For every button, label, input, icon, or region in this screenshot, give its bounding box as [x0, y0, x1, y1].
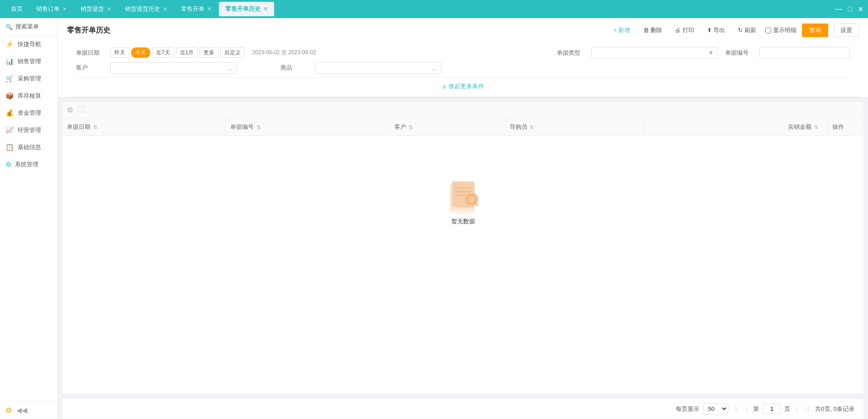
col-amount-label: 实销金额 — [788, 123, 811, 130]
product-input[interactable] — [319, 65, 432, 71]
page-title-row: 零售开单历史 + 新增 🗑 删除 🖨 打印 ⬆ 导出 ↻ 刷新 显示明细 查询 … — [67, 24, 859, 37]
sidebar-item-purchase[interactable]: 🛒 采购管理 — [0, 70, 57, 87]
sidebar-item-operations[interactable]: 📈 经营管理 — [0, 122, 57, 139]
print-button[interactable]: 🖨 打印 — [671, 24, 698, 36]
search-icon: 🔍 — [5, 24, 13, 30]
tab-retail-order-close[interactable]: ✕ — [207, 6, 212, 12]
tab-retail-order-history-close[interactable]: ✕ — [263, 6, 268, 12]
date-btn-7days[interactable]: 近7天 — [152, 47, 174, 58]
sales-icon: 📊 — [5, 57, 14, 66]
settings-gear-icon[interactable]: ⚙ — [5, 406, 12, 414]
doc-type-select[interactable]: ▼ — [591, 47, 718, 58]
date-filter-btns: 昨天 今天 近7天 近1月 更多 自定义 — [110, 47, 245, 58]
col-doc-no-sort[interactable]: ⇅ — [256, 124, 261, 130]
customer-input[interactable] — [114, 65, 228, 71]
first-page-btn[interactable]: ⟨⟨ — [732, 405, 740, 414]
sidebar-item-sales-label: 销售管理 — [18, 57, 41, 66]
table-settings-icon[interactable]: ⚙ — [67, 106, 73, 114]
date-btn-yesterday[interactable]: 昨天 — [110, 47, 129, 58]
col-guide-sort[interactable]: ⇅ — [530, 124, 534, 130]
table-header-row: 单据日期 ⇅ 单据编号 ⇅ 客户 ⇅ 导购员 ⇅ — [62, 118, 863, 136]
product-lookup-icon[interactable]: ... — [432, 64, 437, 71]
date-btn-custom[interactable]: 自定义 — [220, 47, 245, 58]
doc-no-input-container[interactable] — [759, 47, 850, 58]
sidebar-item-sales[interactable]: 📊 销售管理 — [0, 53, 57, 70]
customer-input-container[interactable]: ... — [110, 62, 237, 74]
refresh-button[interactable]: ↻ 刷新 — [734, 24, 760, 36]
operations-icon: 📈 — [5, 126, 14, 134]
product-label: 商品 — [280, 64, 308, 72]
doc-type-arrow: ▼ — [708, 49, 714, 56]
col-guide[interactable]: 导购员 ⇅ — [505, 118, 645, 136]
col-amount[interactable]: 实销金额 ⇅ — [645, 118, 827, 136]
prev-page-btn[interactable]: ⟨ — [744, 405, 749, 414]
export-button[interactable]: ⬆ 导出 — [703, 24, 729, 36]
checkbox-all[interactable] — [78, 106, 84, 113]
sidebar: 🔍 搜索菜单 ⚡ 快捷导航 📊 销售管理 🛒 采购管理 📦 库存核算 💰 资金管… — [0, 18, 58, 419]
sidebar-item-inventory[interactable]: 📦 库存核算 — [0, 87, 57, 104]
per-page-select[interactable]: 50 100 200 — [703, 403, 728, 414]
sidebar-item-basic-info[interactable]: 📋 基础信息 — [0, 139, 57, 156]
tab-retail-order[interactable]: 零售开单 ✕ — [175, 2, 218, 16]
sidebar-item-inventory-label: 库存核算 — [18, 92, 41, 100]
toolbar: + 新增 🗑 删除 🖨 打印 ⬆ 导出 ↻ 刷新 显示明细 查询 设置 — [610, 24, 859, 37]
tab-sales-return-close[interactable]: ✕ — [107, 6, 111, 12]
sidebar-item-purchase-label: 采购管理 — [18, 75, 41, 83]
page-input[interactable] — [763, 404, 781, 414]
settings-button[interactable]: 设置 — [834, 24, 859, 37]
query-button[interactable]: 查询 — [802, 24, 828, 37]
minimize-btn[interactable]: — — [835, 5, 842, 13]
date-btn-today[interactable]: 今天 — [131, 47, 150, 58]
tab-sales-order[interactable]: 销售订单 ✕ — [30, 2, 73, 16]
tab-sales-return[interactable]: 销货退货 ✕ — [74, 2, 118, 16]
tab-sales-return-history-close[interactable]: ✕ — [163, 6, 167, 12]
collapse-label: 收起更多条件 — [449, 82, 484, 90]
col-customer[interactable]: 客户 ⇅ — [389, 118, 505, 136]
last-page-btn[interactable]: ⟩⟩ — [803, 405, 811, 414]
customer-lookup-icon[interactable]: ... — [228, 64, 233, 71]
sidebar-item-quick-nav[interactable]: ⚡ 快捷导航 — [0, 36, 57, 53]
col-customer-sort[interactable]: ⇅ — [408, 124, 413, 130]
quick-nav-icon: ⚡ — [5, 40, 14, 48]
sidebar-item-system[interactable]: ⚙ 系统管理 — [0, 156, 57, 173]
delete-button[interactable]: 🗑 删除 — [640, 24, 666, 36]
date-btn-more[interactable]: 更多 — [199, 47, 218, 58]
show-detail-checkbox[interactable]: 显示明细 — [765, 26, 797, 34]
maximize-btn[interactable]: □ — [848, 5, 852, 13]
sidebar-item-finance[interactable]: 💰 资金管理 — [0, 104, 57, 122]
show-detail-input[interactable] — [765, 28, 771, 33]
col-doc-no[interactable]: 单据编号 ⇅ — [226, 118, 390, 136]
collapse-filter-btn[interactable]: ∧ 收起更多条件 — [442, 80, 484, 92]
collapse-chevron-icon: ∧ — [442, 83, 447, 90]
tab-home[interactable]: 首页 — [5, 2, 29, 16]
sidebar-item-finance-label: 资金管理 — [18, 109, 41, 117]
table-toolbar: ⚙ — [62, 102, 863, 118]
tab-sales-return-history[interactable]: 销货退货历史 ✕ — [119, 2, 174, 16]
tab-sales-order-close[interactable]: ✕ — [62, 6, 67, 12]
tab-sales-return-history-label: 销货退货历史 — [125, 5, 160, 13]
col-date-label: 单据日期 — [67, 123, 90, 130]
empty-illustration — [441, 172, 486, 217]
doc-no-input[interactable] — [764, 49, 846, 56]
col-amount-sort[interactable]: ⇅ — [814, 124, 818, 130]
next-page-btn[interactable]: ⟩ — [794, 405, 800, 414]
finance-icon: 💰 — [5, 109, 14, 117]
close-btn[interactable]: ✕ — [858, 5, 863, 14]
col-action-label: 操作 — [832, 123, 844, 130]
table-select-all-checkbox[interactable] — [78, 106, 84, 114]
date-btn-1month[interactable]: 近1月 — [176, 47, 198, 58]
sidebar-search[interactable]: 🔍 搜索菜单 — [0, 18, 57, 36]
product-input-container[interactable]: ... — [315, 62, 441, 74]
purchase-icon: 🛒 — [5, 75, 14, 83]
col-date[interactable]: 单据日期 ⇅ — [62, 118, 226, 136]
date-filter-label: 单据日期 — [76, 49, 103, 57]
customer-label: 客户 — [76, 64, 103, 72]
top-tabbar: 首页 销售订单 ✕ 销货退货 ✕ 销货退货历史 ✕ 零售开单 ✕ 零售开单历史 … — [0, 0, 868, 18]
filter-row-1: 单据日期 昨天 今天 近7天 近1月 更多 自定义 2023-06-02 至 2… — [76, 47, 850, 58]
tab-retail-order-history[interactable]: 零售开单历史 ✕ — [219, 2, 274, 16]
tab-home-label: 首页 — [11, 5, 23, 13]
show-detail-label: 显示明细 — [773, 26, 797, 34]
col-date-sort[interactable]: ⇅ — [93, 124, 97, 130]
add-button[interactable]: + 新增 — [610, 24, 634, 36]
collapse-sidebar-icon[interactable]: ◀◀ — [16, 406, 27, 414]
